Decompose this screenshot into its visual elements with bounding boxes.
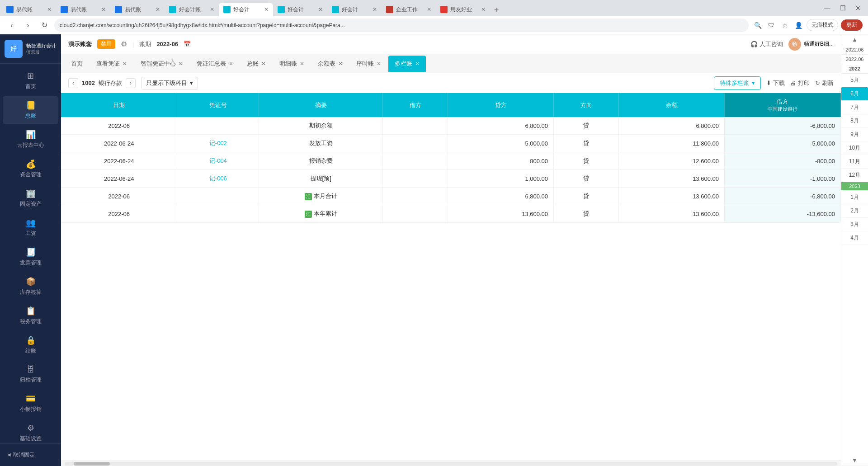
calendar-icon[interactable]: 📅 [184, 41, 191, 47]
browser-tab-2[interactable]: 易代账 ✕ [56, 3, 110, 16]
close-tab-3[interactable]: ✕ [229, 61, 233, 67]
address-icons: 🔍 🛡 ☆ 👤 无痕模式 更新 [752, 19, 863, 31]
close-tab-6[interactable]: ✕ [338, 61, 343, 67]
month-item-2022-8月[interactable]: 8月 [841, 114, 868, 128]
incognito-btn[interactable]: 无痕模式 [807, 19, 838, 31]
tab-close-5[interactable]: ✕ [264, 6, 269, 13]
profile-icon[interactable]: 👤 [793, 20, 804, 31]
page-tab-8[interactable]: 多栏账 ✕ [388, 56, 426, 72]
browser-tab-3[interactable]: 易代账 ✕ [110, 3, 165, 16]
shield-icon[interactable]: 🛡 [766, 20, 777, 31]
page-tab-6[interactable]: 余额表 ✕ [311, 56, 349, 72]
close-tab-1[interactable]: ✕ [123, 61, 127, 67]
tag-btn[interactable]: 禁用 [97, 39, 115, 49]
page-tab-2[interactable]: 智能凭证中心 ✕ [134, 56, 189, 72]
settings-icon[interactable]: ⚙ [121, 40, 127, 48]
page-tab-7[interactable]: 序时账 ✕ [350, 56, 387, 72]
page-tab-0[interactable]: 首页 [65, 56, 89, 72]
cell-summary: 期初余额 [259, 117, 383, 135]
close-tab-7[interactable]: ✕ [377, 61, 381, 67]
month-item-2022-12月[interactable]: 12月 [841, 169, 868, 182]
tab-close-3[interactable]: ✕ [156, 6, 160, 13]
browser-tab-5[interactable]: 好会计 ✕ [219, 3, 273, 16]
bottom-scrollbar[interactable] [61, 461, 841, 466]
cell-credit: 5,000.00 [448, 135, 554, 152]
month-item-2022-5月[interactable]: 5月 [841, 74, 868, 87]
month-item-2023-2月[interactable]: 2月 [841, 204, 868, 218]
month-item-2022-10月[interactable]: 10月 [841, 141, 868, 155]
new-tab-btn[interactable]: + [490, 4, 503, 16]
browser-tab-7[interactable]: 好会计 ✕ [327, 3, 382, 16]
sidebar-item-funds[interactable]: 💰 资金管理 [3, 155, 58, 183]
tab-close-2[interactable]: ✕ [101, 6, 106, 13]
print-btn[interactable]: 🖨 打印 [790, 79, 810, 87]
close-tab-5[interactable]: ✕ [300, 61, 304, 67]
month-item-2022-7月[interactable]: 7月 [841, 101, 868, 114]
month-item-2023-4月[interactable]: 4月 [841, 231, 868, 245]
cell-voucher[interactable]: 记-006 [177, 170, 259, 188]
close-browser-btn[interactable]: ✕ [852, 2, 864, 14]
prev-subject-btn[interactable]: ‹ [68, 78, 78, 88]
tab-close-1[interactable]: ✕ [47, 6, 52, 13]
sidebar-item-reports[interactable]: 📊 云报表中心 [3, 125, 58, 154]
scroll-thumb[interactable] [74, 462, 110, 466]
page-tab-5[interactable]: 明细账 ✕ [273, 56, 311, 72]
month-item-2022-11月[interactable]: 11月 [841, 155, 868, 169]
sidebar-item-tax[interactable]: 📋 税务管理 [3, 301, 58, 330]
sidebar: 好 畅捷通好会计 演示版 ⊞ 首页📒 总账📊 云报表中心💰 资金管理🏢 固定资产… [0, 34, 61, 466]
refresh-btn[interactable]: ↻ 刷新 [815, 79, 834, 87]
page-tab-1[interactable]: 查看凭证 ✕ [90, 56, 133, 72]
browser-tab-1[interactable]: 易代账 ✕ [2, 3, 56, 16]
tab-close-7[interactable]: ✕ [373, 6, 377, 13]
close-tab-4[interactable]: ✕ [261, 61, 266, 67]
download-btn[interactable]: ⬇ 下载 [766, 79, 785, 87]
page-tab-4[interactable]: 总账 ✕ [241, 56, 272, 72]
browser-tab-6[interactable]: 好会计 ✕ [273, 3, 327, 16]
filter-chevron-icon: ▾ [190, 80, 193, 86]
maximize-btn[interactable]: ❐ [836, 2, 849, 14]
back-btn[interactable]: ‹ [5, 19, 18, 32]
cell-voucher[interactable]: 记-004 [177, 152, 259, 170]
browser-tab-8[interactable]: 企业工作 ✕ [382, 3, 436, 16]
minimize-btn[interactable]: — [821, 2, 834, 14]
sidebar-item-payroll[interactable]: 👥 工资 [3, 213, 58, 242]
sidebar-item-invoice[interactable]: 🧾 发票管理 [3, 243, 58, 271]
unpin-btn[interactable]: ◄ 取消固定 [5, 448, 57, 461]
month-item-2023-3月[interactable]: 3月 [841, 218, 868, 231]
forward-btn[interactable]: › [22, 19, 34, 32]
browser-tab-9[interactable]: 用友好业 ✕ [436, 3, 490, 16]
sidebar-item-expense[interactable]: 💳 小畅报销 [3, 389, 58, 418]
sidebar-item-settings[interactable]: ⚙ 基础设置 [3, 419, 58, 443]
tab-close-4[interactable]: ✕ [210, 6, 214, 13]
sidebar-item-close[interactable]: 🔒 结账 [3, 331, 58, 359]
cell-voucher[interactable]: 记-002 [177, 135, 259, 152]
month-item-2022-9月[interactable]: 9月 [841, 128, 868, 141]
month-item-2023-1月[interactable]: 1月 [841, 191, 868, 204]
bookmark-icon[interactable]: ☆ [779, 20, 790, 31]
sidebar-item-inventory[interactable]: 📦 库存核算 [3, 272, 58, 301]
scroll-up-btn[interactable]: ▲ [841, 34, 868, 45]
tab-close-8[interactable]: ✕ [427, 6, 431, 13]
close-tab-2[interactable]: ✕ [179, 61, 183, 67]
next-subject-btn[interactable]: › [126, 78, 136, 88]
close-tab-8[interactable]: ✕ [415, 61, 420, 67]
filter-select[interactable]: 只显示下级科目 ▾ [141, 77, 198, 89]
update-btn[interactable]: 更新 [841, 19, 863, 31]
search-icon[interactable]: 🔍 [752, 20, 763, 31]
sidebar-item-home[interactable]: ⊞ 首页 [3, 66, 58, 95]
cell-debit [383, 135, 448, 152]
page-tab-3[interactable]: 凭证汇总表 ✕ [190, 56, 240, 72]
consult-btn[interactable]: 🎧 人工咨询 [750, 40, 783, 48]
sidebar-item-archive[interactable]: 🗄 归档管理 [3, 360, 58, 388]
tab-close-9[interactable]: ✕ [481, 6, 486, 13]
scroll-down-btn[interactable]: ▼ [841, 455, 868, 466]
browser-tab-4[interactable]: 好会计账 ✕ [165, 3, 219, 16]
user-info[interactable]: 畅 畅通好B细... [788, 38, 834, 51]
url-bar[interactable]: cloud2.chanjet.com/accounting/uh26t264j5… [54, 19, 749, 32]
reload-btn[interactable]: ↻ [38, 19, 51, 32]
sidebar-item-assets[interactable]: 🏢 固定资产 [3, 184, 58, 212]
month-item-2022-6月[interactable]: 6月 [841, 87, 868, 101]
tab-close-6[interactable]: ✕ [318, 6, 323, 13]
sidebar-item-ledger[interactable]: 📒 总账 [3, 96, 58, 124]
special-multi-btn[interactable]: 特殊多栏账 ▾ [714, 76, 761, 90]
